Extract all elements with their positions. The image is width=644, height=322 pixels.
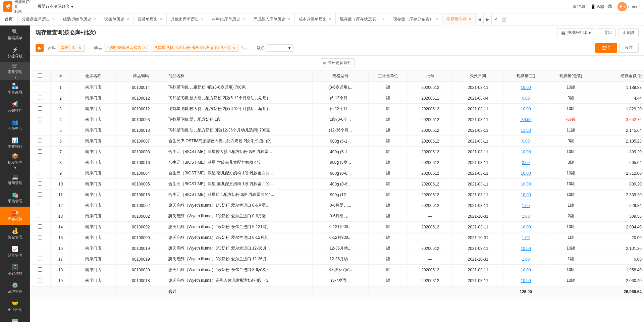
row-checkbox[interactable] bbox=[38, 160, 42, 164]
goods-tag-1[interactable]: 飞鹤星飞帆 儿童奶粉 4段(3-6岁适用) 700克 ✕ bbox=[151, 44, 238, 52]
cell-check[interactable] bbox=[30, 157, 50, 168]
row-checkbox[interactable] bbox=[38, 106, 42, 111]
tab-outother[interactable]: 其他出库单历史 ✕ bbox=[167, 13, 208, 25]
close-icon[interactable]: ✕ bbox=[329, 17, 331, 21]
message-btn[interactable]: ✉ 消息 bbox=[573, 4, 585, 9]
cell-qty-main[interactable]: 10.00 bbox=[503, 222, 548, 232]
search-button[interactable]: 查询 bbox=[595, 43, 617, 53]
row-checkbox[interactable] bbox=[38, 128, 42, 132]
tab-inventory-batch[interactable]: 库存批次账 ✕ bbox=[442, 13, 476, 25]
close-icon[interactable]: ✕ bbox=[160, 17, 162, 21]
tab-chanpin[interactable]: 产成品入库单历史 ✕ bbox=[249, 13, 294, 25]
row-checkbox[interactable] bbox=[38, 96, 42, 100]
row-checkbox[interactable] bbox=[38, 257, 42, 261]
row-checkbox[interactable] bbox=[38, 203, 42, 207]
close-icon[interactable]: ✕ bbox=[126, 17, 129, 21]
close-icon[interactable]: ✕ bbox=[93, 17, 96, 21]
sidebar-item-finance[interactable]: 💰 资金管理 bbox=[0, 225, 30, 243]
goods-dots[interactable]: ··· bbox=[249, 46, 253, 50]
tab-fenpan[interactable]: 分量盘点单历史 ✕ bbox=[18, 13, 59, 25]
cell-qty-main[interactable]: 1.00 bbox=[503, 200, 548, 211]
cell-qty-main[interactable]: 9.00 bbox=[503, 136, 548, 147]
close-icon[interactable]: ✕ bbox=[469, 17, 471, 21]
cell-check[interactable] bbox=[30, 179, 50, 190]
nav-close-all-btn[interactable]: ✕ bbox=[492, 13, 500, 25]
cell-check[interactable] bbox=[30, 190, 50, 200]
sidebar-item-search[interactable]: 🔍 搜索英单 bbox=[0, 25, 30, 44]
cell-check[interactable] bbox=[30, 222, 50, 232]
goods-tag-close-0[interactable]: ✕ bbox=[143, 46, 146, 50]
row-checkbox[interactable] bbox=[38, 235, 42, 239]
tab-inventory-status[interactable]: 现存量（库存状况表）✕ bbox=[336, 13, 389, 25]
settings-button[interactable]: 设置 bbox=[619, 43, 639, 53]
sidebar-item-member[interactable]: 👥 会员中心 bbox=[0, 116, 30, 134]
nav-left-arrow[interactable]: ◀ bbox=[476, 13, 484, 25]
close-icon[interactable]: ✕ bbox=[52, 17, 55, 21]
print-button[interactable]: 🖨️ 按模板打印 ▾ bbox=[557, 28, 594, 37]
close-icon[interactable]: ✕ bbox=[382, 17, 385, 21]
goods-more[interactable]: 飞... bbox=[240, 45, 247, 51]
warehouse-tag[interactable]: 南岸门店 ✕ bbox=[58, 44, 85, 52]
row-checkbox[interactable] bbox=[38, 181, 42, 186]
cell-check[interactable] bbox=[30, 211, 50, 222]
cell-qty-main[interactable]: 1.00 bbox=[503, 254, 548, 265]
warehouse-dots[interactable]: ··· bbox=[87, 46, 90, 50]
tab-material[interactable]: 材料出库单历史 ✕ bbox=[208, 13, 249, 25]
cell-check[interactable] bbox=[30, 136, 50, 147]
sidebar-item-corp[interactable]: 🤝 企业协同 bbox=[0, 297, 30, 315]
company-dropdown[interactable]: 母婴行业演示账套 ▾ bbox=[34, 4, 77, 9]
cell-check[interactable] bbox=[30, 168, 50, 179]
cell-check[interactable] bbox=[30, 254, 50, 265]
cell-check[interactable] bbox=[30, 93, 50, 104]
cell-qty-main[interactable]: 3.00 bbox=[503, 157, 548, 168]
cell-check[interactable] bbox=[30, 147, 50, 157]
cell-qty-main[interactable]: 11.00 bbox=[503, 125, 548, 136]
tab-zuhe[interactable]: 组装拆卸单历史 ✕ bbox=[59, 13, 100, 25]
row-checkbox[interactable] bbox=[38, 139, 42, 143]
row-checkbox[interactable] bbox=[38, 192, 42, 197]
close-icon[interactable]: ✕ bbox=[242, 17, 245, 21]
app-download-btn[interactable]: 📱 App下载 bbox=[591, 4, 612, 9]
cell-qty-main[interactable]: 1.00 bbox=[503, 232, 548, 243]
cell-qty-main[interactable]: 10.00 bbox=[503, 179, 548, 190]
cell-qty-main[interactable]: 10.00 bbox=[503, 168, 548, 179]
cell-qty-main[interactable]: 10.00 bbox=[503, 190, 548, 200]
filter-expand-btn[interactable]: ▶ bbox=[36, 44, 44, 52]
cell-check[interactable] bbox=[30, 104, 50, 114]
row-checkbox[interactable] bbox=[38, 214, 42, 218]
cell-check[interactable] bbox=[30, 275, 50, 286]
close-icon[interactable]: ✕ bbox=[435, 17, 438, 21]
tab-diaob[interactable]: 调拨单历史 ✕ bbox=[100, 13, 133, 25]
tab-chengben[interactable]: 成本调整单历史 ✕ bbox=[294, 13, 336, 25]
cell-qty-main[interactable]: 0.00 bbox=[503, 93, 548, 104]
sidebar-item-batch[interactable]: 📦 批发管理 ▾ bbox=[0, 152, 30, 170]
row-checkbox[interactable] bbox=[38, 85, 42, 89]
cell-check[interactable] bbox=[30, 243, 50, 254]
cell-check[interactable] bbox=[30, 114, 50, 125]
cell-qty-main[interactable]: 10.00 bbox=[503, 265, 548, 275]
cell-check[interactable] bbox=[30, 265, 50, 275]
select-all-checkbox[interactable] bbox=[38, 73, 42, 78]
cell-check[interactable] bbox=[30, 125, 50, 136]
sidebar-item-ecom[interactable]: 💻 电商管理 bbox=[0, 170, 30, 189]
refresh-button[interactable]: ↺ 刷新 bbox=[619, 28, 639, 37]
close-icon[interactable]: ✕ bbox=[287, 17, 290, 21]
sidebar-item-stats[interactable]: 📊 零售统计 bbox=[0, 134, 30, 152]
nav-maximize-btn[interactable]: ⬜ bbox=[500, 13, 508, 25]
cell-qty-main[interactable]: 10.00 bbox=[503, 82, 548, 93]
cell-qty-main[interactable]: 10.00 bbox=[503, 275, 548, 286]
goods-tag-0[interactable]: 飞鹤奶粉3段两提装 ✕ bbox=[104, 44, 149, 52]
row-checkbox[interactable] bbox=[38, 278, 42, 282]
sidebar-item-retail[interactable]: 🛒 零售管理 ▾ bbox=[0, 62, 30, 80]
row-checkbox[interactable] bbox=[38, 117, 42, 121]
sidebar-item-ops[interactable]: 📈 经营管理 bbox=[0, 243, 30, 261]
sidebar-item-inventory[interactable]: 🏭 库存核算 bbox=[0, 207, 30, 225]
tab-yaohuo[interactable]: 要货单历史 ✕ bbox=[133, 13, 167, 25]
cell-qty-main[interactable]: 10.00 bbox=[503, 104, 548, 114]
tab-inventory-dist[interactable]: 现存量（库存分布表）✕ bbox=[389, 13, 442, 25]
expand-more-btn[interactable]: ⊕ 展开更多条件 bbox=[320, 58, 355, 67]
cell-qty-main[interactable]: -39.00 bbox=[503, 114, 548, 125]
row-checkbox[interactable] bbox=[38, 149, 42, 154]
cell-qty-main[interactable]: 10.00 bbox=[503, 147, 548, 157]
tab-home[interactable]: 首页 bbox=[0, 13, 18, 25]
